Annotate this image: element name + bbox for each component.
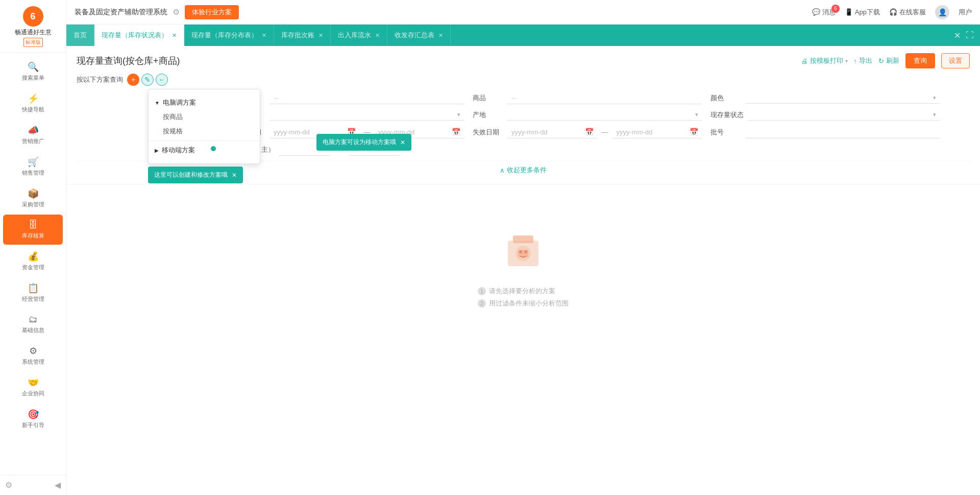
sidebar-item-marketing[interactable]: 📣 营销推广 xyxy=(3,120,63,150)
color-arrow-icon: ▾ xyxy=(933,95,936,101)
svg-rect-1 xyxy=(513,235,533,243)
print-button[interactable]: 🖨 按模板打印 ▾ xyxy=(801,56,848,65)
color-label: 颜色 xyxy=(710,93,741,103)
tab-receive-summary[interactable]: 收发存汇总表 ✕ xyxy=(387,25,451,46)
filter-goods: 商品 ··· xyxy=(473,92,702,104)
tab-batch-ledger-close[interactable]: ✕ xyxy=(318,32,323,39)
trial-button[interactable]: 体验行业方案 xyxy=(185,5,239,19)
tab-inventory-status[interactable]: 现存量（库存状况表） ✕ xyxy=(94,25,184,46)
prod-date-end-calendar-icon[interactable]: 📅 xyxy=(452,128,460,136)
stock-status-select[interactable]: ▾ xyxy=(748,109,940,121)
sidebar-item-finance[interactable]: 💰 资金管理 xyxy=(3,246,63,276)
header-online-service[interactable]: 🎧 在线客服 xyxy=(889,8,926,17)
logo-badge: 标准版 xyxy=(23,38,43,47)
page-title-bar: 现存量查询(按仓库+商品) 🖨 按模板打印 ▾ ↑ 导出 ↻ 刷新 xyxy=(66,46,980,74)
tab-receive-summary-label: 收发存汇总表 xyxy=(395,31,434,40)
tab-in-out-flow-close[interactable]: ✕ xyxy=(375,32,380,39)
tooltip-scheme-close[interactable]: ✕ xyxy=(400,139,405,146)
tab-inventory-dist[interactable]: 现存量（库存分布表） ✕ xyxy=(184,25,274,46)
basic-icon: 🗂 xyxy=(29,314,38,325)
add-scheme-button[interactable]: ＋ xyxy=(127,74,139,86)
origin-select[interactable]: ▾ xyxy=(507,109,702,121)
empty-illustration xyxy=(498,225,549,276)
sidebar: 6 畅通通好生意 标准版 🔍 搜索菜单 ⚡ 快捷导航 📣 营销推广 🛒 销售管理… xyxy=(0,0,66,495)
sidebar-item-sales[interactable]: 🛒 销售管理 xyxy=(3,151,63,182)
printer-icon: 🖨 xyxy=(801,57,808,65)
settings-button[interactable]: 设置 xyxy=(941,53,970,68)
expire-date-start[interactable]: yyyy-mm-dd 📅 xyxy=(507,126,598,138)
user-name[interactable]: 用户 xyxy=(959,8,972,17)
tab-receive-summary-close[interactable]: ✕ xyxy=(438,32,443,39)
page-actions: 🖨 按模板打印 ▾ ↑ 导出 ↻ 刷新 查询 设置 xyxy=(801,53,970,68)
origin-label: 产地 xyxy=(473,110,503,120)
sidebar-item-search[interactable]: 🔍 搜索菜单 xyxy=(3,56,63,87)
sidebar-item-enterprise[interactable]: 🤝 企业协同 xyxy=(3,372,63,403)
scheme-group-mobile-header[interactable]: ▶ 移动端方案 xyxy=(149,143,260,157)
query-button[interactable]: 查询 xyxy=(905,53,935,68)
tab-inventory-dist-label: 现存量（库存分布表） xyxy=(191,31,258,40)
tab-batch-ledger[interactable]: 库存批次账 ✕ xyxy=(274,25,331,46)
filter-expire-date: 失效日期 yyyy-mm-dd 📅 — yyyy-mm-dd 📅 xyxy=(473,126,702,138)
batch-input[interactable] xyxy=(745,126,940,138)
tab-close-all-icon[interactable]: ✕ xyxy=(954,31,961,40)
scheme-item-spec[interactable]: 按规格 xyxy=(149,124,260,138)
message-badge: 6 xyxy=(831,5,840,13)
logo-text: 畅通通好生意 xyxy=(15,29,52,37)
filter-actions: ＋ ✎ ← xyxy=(127,74,168,86)
header-app-download[interactable]: 📱 App下载 xyxy=(845,8,880,17)
tab-expand-icon[interactable]: ⛶ xyxy=(966,31,974,40)
expire-date-start-calendar-icon[interactable]: 📅 xyxy=(585,128,594,136)
tip-num-2: 2 xyxy=(478,299,486,308)
empty-state: 1 请先选择要分析的方案 2 用过滤条件来缩小分析范围 xyxy=(66,184,980,352)
stock-status-arrow-icon: ▾ xyxy=(933,111,936,118)
color-select[interactable]: ▾ xyxy=(745,92,940,104)
tab-inventory-dist-close[interactable]: ✕ xyxy=(262,32,266,39)
header-message[interactable]: 💬 消息 6 xyxy=(812,8,836,17)
empty-tip-2: 用过滤条件来缩小分析范围 xyxy=(489,299,569,308)
chevron-down-icon: ▼ xyxy=(155,100,160,106)
header-gear-icon[interactable]: ⚙ xyxy=(173,7,180,17)
page-title: 现存量查询(按仓库+商品) xyxy=(77,55,180,67)
sidebar-item-system[interactable]: ⚙ 系统管理 xyxy=(3,340,63,371)
sidebar-item-purchase[interactable]: 📦 采购管理 xyxy=(3,183,63,214)
sidebar-item-operation[interactable]: 📋 经营管理 xyxy=(3,277,63,308)
sidebar-item-basic[interactable]: 🗂 基础信息 xyxy=(3,309,63,339)
filter-color: 颜色 ▾ xyxy=(710,92,940,104)
warehouse-select[interactable]: ··· xyxy=(270,92,464,104)
tooltip-create: 这里可以创建和修改方案哦 ✕ xyxy=(148,167,243,183)
expire-date-end-calendar-icon[interactable]: 📅 xyxy=(690,128,698,136)
search-icon: 🔍 xyxy=(28,61,39,73)
sidebar-item-inventory[interactable]: 🗄 库存核算 xyxy=(3,215,63,245)
user-avatar: 👤 xyxy=(935,5,949,19)
filter-size: 尺码 ▾ xyxy=(235,109,464,121)
header-left: 装备及固定资产辅助管理系统 ⚙ 体验行业方案 xyxy=(75,5,239,19)
sidebar-item-quick[interactable]: ⚡ 快捷导航 xyxy=(3,88,63,119)
tab-inventory-status-close[interactable]: ✕ xyxy=(172,32,177,39)
scheme-dropdown: ▼ 电脑调方案 按商品 按规格 xyxy=(148,89,260,164)
scheme-item-goods[interactable]: 按商品 xyxy=(149,110,260,124)
export-button[interactable]: ↑ 导出 xyxy=(854,56,873,65)
edit-scheme-button[interactable]: ✎ xyxy=(141,74,154,86)
expire-date-end[interactable]: yyyy-mm-dd 📅 xyxy=(612,126,703,138)
filter-label: 按以下方案查询 xyxy=(77,75,123,84)
filter-row-2: 尺码 ▾ 产地 ▾ 现存量状态 xyxy=(235,109,970,121)
filter-batch: 批号 xyxy=(710,126,940,138)
scheme-group-mobile: ▶ 移动端方案 xyxy=(149,143,260,157)
sidebar-item-guide[interactable]: 🎯 新手引导 xyxy=(3,404,63,434)
tab-home[interactable]: 首页 xyxy=(66,25,94,46)
scheme-group-desktop-header[interactable]: ▼ 电脑调方案 xyxy=(149,96,260,110)
arrow-scheme-button[interactable]: ← xyxy=(156,74,168,86)
tooltip-create-close[interactable]: ✕ xyxy=(232,172,237,179)
tab-bar: 首页 现存量（库存状况表） ✕ 现存量（库存分布表） ✕ 库存批次账 ✕ 出入库… xyxy=(66,25,980,46)
inventory-icon: 🗄 xyxy=(29,220,38,230)
collapse-filter-button[interactable]: ∧ 收起更多条件 xyxy=(500,166,547,175)
system-title: 装备及固定资产辅助管理系统 xyxy=(75,8,167,17)
refresh-button[interactable]: ↻ 刷新 xyxy=(878,56,899,65)
goods-select[interactable]: ··· xyxy=(507,92,702,104)
size-select[interactable]: ▾ xyxy=(270,109,464,121)
filter-header: 按以下方案查询 ＋ ✎ ← xyxy=(77,74,970,86)
chevron-up-icon: ∧ xyxy=(500,167,505,174)
settings-bottom-icon[interactable]: ⚙ xyxy=(5,480,12,490)
tab-in-out-flow[interactable]: 出入库流水 ✕ xyxy=(331,25,387,46)
collapse-sidebar-icon[interactable]: ◀ xyxy=(55,480,61,490)
